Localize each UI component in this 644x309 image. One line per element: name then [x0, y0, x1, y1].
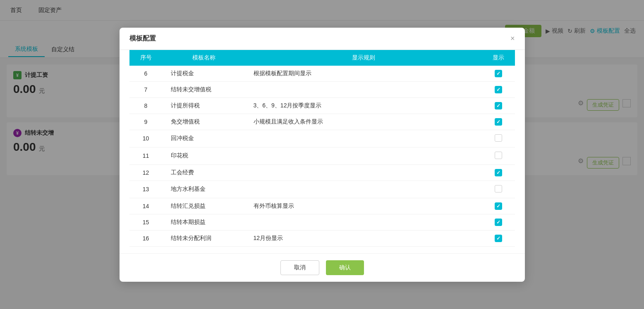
cell-checkbox: [482, 66, 515, 82]
row-checkbox-1[interactable]: [495, 86, 502, 93]
cell-seq: 11: [129, 147, 163, 164]
cell-rule: [245, 164, 482, 181]
cell-name: 工会经费: [163, 164, 245, 181]
cell-name: 结转未交增值税: [163, 81, 245, 97]
table-row: 12工会经费: [129, 164, 515, 181]
cell-checkbox: [482, 181, 515, 198]
table-row: 11印花税: [129, 147, 515, 164]
config-table: 序号 模板名称 显示规则 显示 6计提税金根据模板配置期间显示7结转未交增值税8…: [129, 50, 515, 247]
modal-body: 序号 模板名称 显示规则 显示 6计提税金根据模板配置期间显示7结转未交增值税8…: [120, 50, 525, 253]
cell-name: 计提所得税: [163, 97, 245, 114]
cell-rule: [245, 130, 482, 147]
row-checkbox-6[interactable]: [495, 169, 502, 176]
modal-overlay: 模板配置 × 序号 模板名称 显示规则 显示 6计提税金根据模板配置期间显示7结…: [0, 0, 644, 309]
table-row: 7结转未交增值税: [129, 81, 515, 97]
cell-rule: [245, 214, 482, 230]
cell-name: 免交增值税: [163, 114, 245, 130]
row-checkbox-5[interactable]: [495, 152, 502, 159]
cell-rule: 小规模且满足收入条件显示: [245, 114, 482, 130]
table-row: 14结转汇兑损益有外币核算显示: [129, 198, 515, 214]
cell-checkbox: [482, 230, 515, 246]
cell-seq: 7: [129, 81, 163, 97]
cell-checkbox: [482, 164, 515, 181]
cell-name: 计提税金: [163, 66, 245, 82]
row-checkbox-8[interactable]: [495, 202, 502, 210]
cell-rule: 3、6、9、12月按季度显示: [245, 97, 482, 114]
row-checkbox-4[interactable]: [495, 134, 502, 142]
cell-checkbox: [482, 81, 515, 97]
row-checkbox-3[interactable]: [495, 118, 502, 126]
row-checkbox-7[interactable]: [495, 185, 502, 193]
modal-title: 模板配置: [129, 34, 156, 43]
table-row: 16结转未分配利润12月份显示: [129, 230, 515, 246]
cell-name: 地方水利基金: [163, 181, 245, 198]
cell-checkbox: [482, 97, 515, 114]
th-display: 显示: [482, 50, 515, 66]
cell-seq: 8: [129, 97, 163, 114]
cancel-button[interactable]: 取消: [280, 260, 319, 275]
cell-rule: 12月份显示: [245, 230, 482, 246]
row-checkbox-10[interactable]: [495, 235, 502, 242]
cell-rule: [245, 181, 482, 198]
cell-name: 结转汇兑损益: [163, 198, 245, 214]
cell-seq: 14: [129, 198, 163, 214]
modal-footer: 取消 确认: [120, 253, 525, 282]
modal-header: 模板配置 ×: [120, 28, 525, 50]
table-row: 9免交增值税小规模且满足收入条件显示: [129, 114, 515, 130]
cell-seq: 9: [129, 114, 163, 130]
cell-name: 结转未分配利润: [163, 230, 245, 246]
cell-rule: [245, 81, 482, 97]
cell-checkbox: [482, 114, 515, 130]
row-checkbox-2[interactable]: [495, 102, 502, 109]
cell-checkbox: [482, 198, 515, 214]
row-checkbox-9[interactable]: [495, 219, 502, 226]
table-row: 8计提所得税3、6、9、12月按季度显示: [129, 97, 515, 114]
cell-seq: 16: [129, 230, 163, 246]
table-row: 15结转本期损益: [129, 214, 515, 230]
cell-name: 结转本期损益: [163, 214, 245, 230]
cell-seq: 15: [129, 214, 163, 230]
cell-seq: 12: [129, 164, 163, 181]
table-row: 10回冲税金: [129, 130, 515, 147]
modal-close-button[interactable]: ×: [510, 35, 515, 42]
cell-name: 回冲税金: [163, 130, 245, 147]
cell-rule: 有外币核算显示: [245, 198, 482, 214]
row-checkbox-0[interactable]: [495, 70, 502, 77]
cell-seq: 6: [129, 66, 163, 82]
th-seq: 序号: [129, 50, 163, 66]
th-name: 模板名称: [163, 50, 245, 66]
cell-seq: 13: [129, 181, 163, 198]
modal-template-config: 模板配置 × 序号 模板名称 显示规则 显示 6计提税金根据模板配置期间显示7结…: [120, 28, 525, 282]
cell-checkbox: [482, 147, 515, 164]
cell-rule: [245, 147, 482, 164]
cell-checkbox: [482, 214, 515, 230]
cell-seq: 10: [129, 130, 163, 147]
table-row: 6计提税金根据模板配置期间显示: [129, 66, 515, 82]
cell-rule: 根据模板配置期间显示: [245, 66, 482, 82]
cell-name: 印花税: [163, 147, 245, 164]
th-rule: 显示规则: [245, 50, 482, 66]
confirm-button[interactable]: 确认: [326, 260, 364, 275]
table-row: 13地方水利基金: [129, 181, 515, 198]
cell-checkbox: [482, 130, 515, 147]
